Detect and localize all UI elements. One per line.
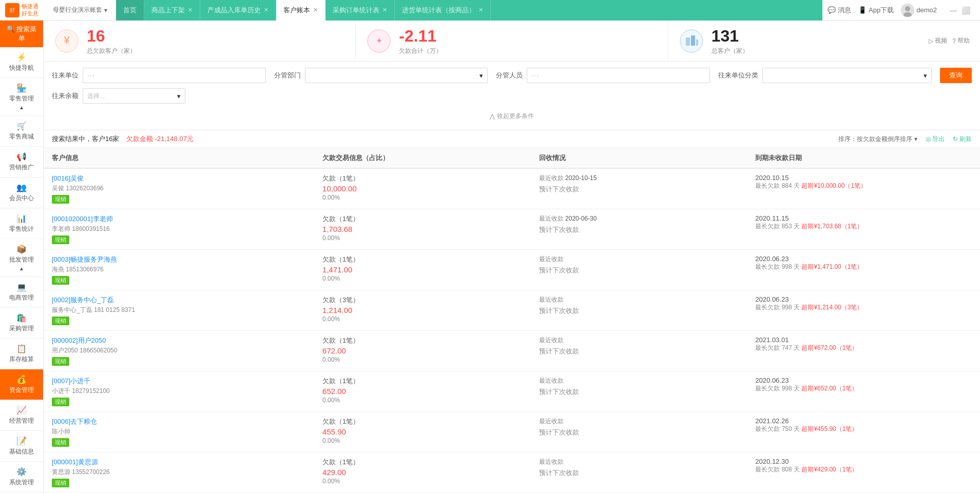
balance-select[interactable]: 选择... ▾ [83, 88, 185, 104]
tab-purchase-order[interactable]: 采购订单统计表✕ [325, 0, 395, 21]
overdue-link-2[interactable]: 超期¥1,471.00（1笔） [801, 263, 863, 270]
maximize-btn[interactable]: ⬜ [962, 6, 970, 14]
view-btn[interactable]: ▷ 视频 [929, 36, 947, 45]
customer-name-0[interactable]: [0016]吴俊 [52, 174, 322, 183]
debt-cell-3: 欠款（3笔） 1,214.00 0.00% [322, 295, 539, 323]
sidebar-item-member-center[interactable]: 👥会员中心 [0, 178, 43, 208]
nav-icon-operation: 📈 [16, 405, 27, 415]
stat-icon-2: ✦ [366, 28, 392, 54]
help-btn[interactable]: ? 帮助 [952, 36, 970, 45]
customer-name-1[interactable]: [0001020001]李老师 [52, 214, 322, 224]
sort-select[interactable]: 排序：按欠款金额倒序排序 ▾ [838, 135, 917, 144]
overdue-link-7[interactable]: 超期¥429.00（1笔） [801, 466, 858, 473]
sidebar-item-basic-info[interactable]: 📝基础信息 [0, 431, 43, 462]
message-btn[interactable]: 💬 消息 [828, 6, 851, 15]
tabs-bar: 首页商品上下架✕产成品入库单历史✕客户账本✕采购订单统计表✕进货单统计表（按商品… [116, 0, 822, 21]
debt-amount-5[interactable]: 652.00 [322, 387, 539, 396]
customer-tag-0: 现销 [52, 195, 69, 204]
overdue-link-4[interactable]: 超期¥672.00（1笔） [801, 344, 858, 351]
from-unit-input[interactable]: ··· [83, 68, 266, 83]
debt-amount-4[interactable]: 672.00 [322, 346, 539, 355]
app-download-btn[interactable]: 📱 App下载 [858, 6, 894, 15]
sidebar-item-label: 快捷导航 [9, 64, 34, 72]
unit-category-select[interactable]: ▾ [762, 68, 932, 83]
payment-cell-0: 最近收款 2020-10-15 预计下次收款 [539, 174, 756, 194]
tab-close-icon[interactable]: ✕ [478, 7, 483, 13]
stat-icon-1: ¥ [54, 28, 80, 54]
debt-amount-7[interactable]: 429.00 [322, 468, 539, 477]
sidebar-item-batch-mgmt[interactable]: 📦批发管理▲ [0, 239, 43, 277]
customer-name-7[interactable]: [000001]黄思源 [52, 458, 322, 467]
overdue-link-5[interactable]: 超期¥652.00（1笔） [801, 385, 858, 392]
tab-close-icon[interactable]: ✕ [188, 7, 193, 13]
sidebar-item-operation[interactable]: 📈经营管理 [0, 400, 43, 431]
nav-icon-retail-mall: 🛒 [16, 121, 27, 131]
table-header: 客户信息欠款交易信息（占比）回收情况到期未收款日期 [44, 148, 980, 169]
sidebar-item-retail-mall[interactable]: 🛒零售商城 [0, 116, 43, 147]
debt-amount-2[interactable]: 1,471.00 [322, 265, 539, 274]
sidebar-item-system[interactable]: ⚙️系统管理 [0, 462, 43, 492]
overdue-link-0[interactable]: 超期¥10,000.00（1笔） [801, 182, 867, 189]
next-payment-0: 预计下次收款 [539, 185, 756, 194]
tab-product-status[interactable]: 商品上下架✕ [144, 0, 200, 21]
sidebar-item-retail-mgmt[interactable]: 🏪零售管理▲ [0, 78, 43, 116]
next-payment-6: 预计下次收款 [539, 428, 756, 437]
debt-amount-1[interactable]: 1,703.68 [322, 225, 539, 233]
table-row: [000001]黄思源 黄思源 13552700226 现销 欠款（1笔） 42… [44, 452, 980, 493]
debt-cell-6: 欠款（1笔） 455.90 0.00% [322, 417, 539, 444]
debt-percent-5: 0.00% [322, 397, 539, 404]
person-input[interactable]: ··· [527, 68, 710, 83]
overdue-link-3[interactable]: 超期¥1,214.00（3笔） [801, 304, 863, 311]
minimize-btn[interactable]: — [949, 6, 957, 14]
sidebar-search[interactable]: 🔍 搜索菜单 [0, 21, 43, 47]
dept-select[interactable]: ▾ [305, 68, 488, 83]
sidebar-item-ecommerce[interactable]: 💻电商管理 [0, 277, 43, 308]
payment-cell-7: 最近收款 预计下次收款 [539, 458, 756, 478]
debt-amount-0[interactable]: 10,000.00 [322, 184, 539, 193]
sidebar-item-quick-nav[interactable]: ⚡快捷导航 [0, 47, 43, 78]
store-selector[interactable]: 母婴行业演示账套 ▾ [49, 6, 112, 14]
debt-amount-3[interactable]: 1,214.00 [322, 306, 539, 314]
sidebar-item-retail-stats[interactable]: 📊零售统计 [0, 208, 43, 239]
customer-name-3[interactable]: [0002]服务中心_丁磊 [52, 295, 322, 305]
stat-label-2: 欠款合计（万） [399, 47, 657, 55]
debt-percent-4: 0.00% [322, 356, 539, 363]
due-cell-6: 2021.02.26 最长欠款 750 天 超期¥455.90（1笔） [755, 417, 972, 433]
stat-info-3: 131 总客户（家） [712, 27, 922, 55]
customer-name-2[interactable]: [0003]畅捷服务尹海燕 [52, 255, 322, 264]
sidebar-item-inventory[interactable]: 📋库存核算 [0, 339, 43, 369]
customer-name-4[interactable]: [000002]用户2050 [52, 336, 322, 345]
refresh-btn[interactable]: ↻ 刷新 [953, 135, 972, 144]
tab-close-icon[interactable]: ✕ [264, 7, 268, 13]
nav-icon-quick-nav: ⚡ [16, 52, 27, 62]
tab-close-icon[interactable]: ✕ [382, 7, 387, 13]
user-avatar-btn[interactable]: demo2 [901, 4, 937, 17]
sidebar-item-purchase-mgmt[interactable]: 🛍️采购管理 [0, 308, 43, 339]
customer-phone-0: 吴俊 13026203696 [52, 184, 322, 193]
nav-icon-retail-stats: 📊 [16, 213, 27, 223]
tab-label: 采购订单统计表 [333, 6, 379, 15]
due-date-2: 2020.06.23 [755, 255, 972, 263]
tab-purchase-stats[interactable]: 进货单统计表（按商品）✕ [395, 0, 491, 21]
tab-customer-account[interactable]: 客户账本✕ [276, 0, 325, 21]
tab-product-history[interactable]: 产成品入库单历史✕ [200, 0, 276, 21]
overdue-link-1[interactable]: 超期¥1,703.68（1笔） [801, 223, 863, 230]
sidebar-item-finance[interactable]: 💰资金管理 [0, 369, 43, 400]
customer-info-cell: [000001]黄思源 黄思源 13552700226 现销 [52, 458, 322, 487]
tab-close-icon[interactable]: ✕ [313, 7, 318, 13]
stat-number-3: 131 [712, 27, 922, 46]
tab-label: 产成品入库单历史 [207, 6, 261, 15]
collapse-btn[interactable]: ⋀ 收起更多条件 [52, 109, 972, 124]
due-cell-0: 2020.10.15 最长欠款 884 天 超期¥10,000.00（1笔） [755, 174, 972, 190]
table-header-col-2: 回收情况 [539, 153, 756, 163]
logo-icon: 好 [5, 3, 20, 17]
debt-amount-6[interactable]: 455.90 [322, 427, 539, 436]
customer-name-6[interactable]: [0006]去下粮仓 [52, 417, 322, 426]
export-btn[interactable]: ◎ 导出 [926, 135, 945, 144]
search-button[interactable]: 查询 [940, 68, 972, 83]
customer-name-5[interactable]: [0007]小进千 [52, 377, 322, 386]
sidebar-item-marketing[interactable]: 📢营销推广 [0, 147, 43, 178]
table-row: [000002]用户2050 用户2050 18665062050 现销 欠款（… [44, 331, 980, 371]
tab-home[interactable]: 首页 [116, 0, 144, 21]
overdue-link-6[interactable]: 超期¥455.90（1笔） [801, 425, 858, 432]
